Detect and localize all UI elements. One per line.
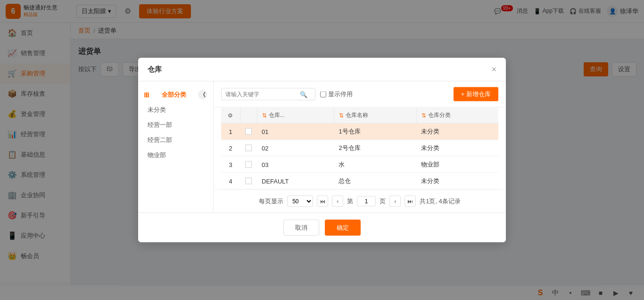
category-item-dept2[interactable]: 经营二部 [138, 133, 213, 148]
row-index-0: 1 [229, 128, 232, 135]
modal-footer: 取消 确定 [138, 213, 506, 242]
row-category-0: 未分类 [416, 123, 498, 140]
sort-icon-name: ⇅ [339, 112, 344, 118]
category-label-3: 物业部 [148, 151, 166, 158]
table-row[interactable]: 4 DEFAULT 总仓 未分类 [221, 173, 498, 189]
col-header-gear: ⚙ [221, 108, 240, 124]
row-code-1: 02 [257, 140, 334, 156]
modal-title: 仓库 [148, 65, 162, 74]
row-index-3: 4 [229, 177, 232, 184]
row-category-2: 物业部 [416, 156, 498, 173]
category-label-0: 未分类 [148, 106, 166, 113]
row-checkbox-1[interactable] [245, 145, 252, 151]
table-row[interactable]: 3 03 水 物业部 [221, 156, 498, 173]
category-label-2: 经营二部 [148, 136, 172, 143]
table-head: ⚙ ⇅ 仓库... ⇅ 仓库名称 [221, 108, 498, 124]
modal-header: 仓库 × [138, 58, 506, 82]
sort-icon-category: ⇅ [421, 112, 426, 118]
confirm-button[interactable]: 确定 [325, 220, 361, 236]
table-row[interactable]: 2 02 2号仓库 未分类 [221, 140, 498, 156]
row-code-0: 01 [257, 123, 334, 140]
row-code-2: 03 [257, 156, 334, 173]
category-item-property[interactable]: 物业部 [138, 148, 213, 163]
prev-page-button[interactable]: ‹ [332, 196, 343, 207]
last-page-button[interactable]: ⏭ [405, 196, 416, 207]
collapse-button[interactable]: 《 [198, 90, 207, 100]
search-icon[interactable]: 🔍 [297, 91, 310, 98]
row-checkbox-cell-1 [240, 140, 257, 156]
category-panel: ⊞ 全部分类 《 未分类 经营一部 经营二部 物业部 [138, 82, 214, 213]
row-checkbox-3[interactable] [245, 178, 252, 184]
col-header-name[interactable]: ⇅ 仓库名称 [334, 108, 416, 124]
row-category-1: 未分类 [416, 140, 498, 156]
sort-header-name: ⇅ 仓库名称 [339, 111, 412, 119]
table-wrap: ⚙ ⇅ 仓库... ⇅ 仓库名称 [214, 108, 506, 190]
row-index-2: 3 [229, 161, 232, 168]
pagination-bar: 每页显示 50 20 100 ⏮ ‹ 第 页 › ⏭ 共1页, 4条记录 [214, 190, 506, 213]
category-item-unclassified[interactable]: 未分类 [138, 102, 213, 117]
page-label: 第 [347, 197, 353, 206]
col-label-category: 仓库分类 [428, 111, 451, 119]
warehouse-modal: 仓库 × ⊞ 全部分类 《 未分类 经营一部 经营二部 物业部 [138, 58, 506, 242]
show-disabled-toggle[interactable]: 显示停用 [320, 90, 353, 99]
show-disabled-label: 显示停用 [328, 90, 353, 99]
col-header-checkbox [240, 108, 257, 124]
row-checkbox-0[interactable] [245, 128, 252, 135]
row-index-1: 2 [229, 144, 232, 151]
category-item-dept1[interactable]: 经营一部 [138, 117, 213, 133]
table-row[interactable]: 1 01 1号仓库 未分类 [221, 123, 498, 140]
first-page-button[interactable]: ⏮ [317, 196, 328, 207]
next-page-button[interactable]: › [389, 196, 401, 207]
category-label-1: 经营一部 [148, 121, 172, 128]
row-gear-3[interactable]: 4 [221, 173, 240, 189]
col-header-category[interactable]: ⇅ 仓库分类 [416, 108, 498, 124]
row-checkbox-cell-0 [240, 123, 257, 140]
modal-body: ⊞ 全部分类 《 未分类 经营一部 经营二部 物业部 🔍 [138, 82, 506, 213]
page-number-input[interactable] [357, 196, 376, 207]
row-code-3: DEFAULT [257, 173, 334, 189]
row-name-3: 总仓 [334, 173, 416, 189]
row-category-3: 未分类 [416, 173, 498, 189]
search-input-wrap: 🔍 [221, 88, 315, 100]
cancel-button[interactable]: 取消 [283, 220, 319, 236]
col-label-code: 仓库... [269, 111, 285, 119]
sort-header-code: ⇅ 仓库... [262, 111, 329, 119]
show-disabled-checkbox[interactable] [320, 91, 326, 97]
sort-icon-code: ⇅ [262, 112, 267, 118]
row-name-2: 水 [334, 156, 416, 173]
row-checkbox-cell-2 [240, 156, 257, 173]
per-page-select[interactable]: 50 20 100 [287, 196, 313, 207]
row-gear-2[interactable]: 3 [221, 156, 240, 173]
total-info: 共1页, 4条记录 [420, 197, 461, 206]
content-panel: 🔍 显示停用 + 新增仓库 ⚙ [214, 82, 506, 213]
all-category-header[interactable]: ⊞ 全部分类 《 [138, 87, 213, 102]
row-gear-0[interactable]: 1 [221, 123, 240, 140]
row-name-0: 1号仓库 [334, 123, 416, 140]
page-unit: 页 [380, 197, 386, 206]
grid-icon: ⊞ [144, 91, 149, 99]
col-header-code[interactable]: ⇅ 仓库... [257, 108, 334, 124]
row-checkbox-2[interactable] [245, 161, 252, 168]
table-body: 1 01 1号仓库 未分类 2 02 2号仓库 未分类 3 03 水 物业部 4 [221, 123, 498, 189]
table-header-row: ⚙ ⇅ 仓库... ⇅ 仓库名称 [221, 108, 498, 124]
all-category-label: 全部分类 [162, 91, 186, 99]
add-warehouse-button[interactable]: + 新增仓库 [454, 87, 498, 101]
modal-close-button[interactable]: × [491, 65, 496, 75]
col-label-name: 仓库名称 [346, 111, 368, 119]
row-name-1: 2号仓库 [334, 140, 416, 156]
row-gear-1[interactable]: 2 [221, 140, 240, 156]
sort-header-category: ⇅ 仓库分类 [421, 111, 494, 119]
per-page-label: 每页显示 [259, 197, 283, 206]
row-checkbox-cell-3 [240, 173, 257, 189]
search-bar: 🔍 显示停用 + 新增仓库 [214, 82, 506, 108]
search-input[interactable] [222, 89, 297, 100]
warehouse-table: ⚙ ⇅ 仓库... ⇅ 仓库名称 [221, 108, 498, 190]
